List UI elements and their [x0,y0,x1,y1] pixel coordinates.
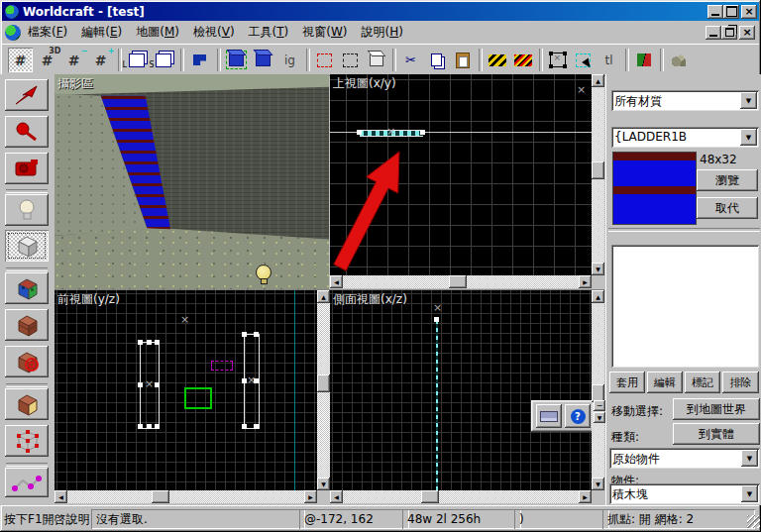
object-combo[interactable]: 積木塊 ▼ [609,483,760,504]
object-center-mark[interactable]: × [145,380,154,388]
menu-help[interactable]: 說明(H) [355,21,410,44]
scroll-left-button[interactable]: ◀ [54,490,67,503]
object-mark[interactable]: × [180,316,189,324]
flip-button[interactable] [631,48,656,72]
top-view-hscrollbar[interactable]: ◀ ▶ [330,275,592,288]
clip-tool-button[interactable] [5,388,49,420]
side-view-vscrollbar[interactable]: ▲ ▼ [592,290,604,490]
object-handle[interactable] [147,340,152,345]
group-button[interactable] [224,48,249,72]
menu-edit[interactable]: 編輯(E) [74,21,129,44]
viewport-3d[interactable]: 攝影區 [54,74,329,289]
chevron-down-icon[interactable]: ▼ [740,92,757,109]
spin-down-button[interactable]: ▼ [594,412,605,423]
title-bar[interactable]: Worldcraft - [test] × [2,2,759,21]
cascade-small-button[interactable]: S [151,48,175,72]
browse-button[interactable]: 瀏覽 [697,169,758,191]
scroll-up-button[interactable]: ▲ [592,290,604,303]
front-view-vscrollbar[interactable]: ▲ ▼ [317,290,330,490]
object-handle[interactable] [242,378,247,383]
object-handle[interactable] [254,378,259,383]
vertex-tool-button[interactable] [5,425,49,457]
path-tool-button[interactable] [5,468,49,497]
chevron-down-icon[interactable]: ▼ [740,129,757,146]
scroll-thumb[interactable] [317,374,330,392]
scroll-thumb[interactable] [592,161,604,179]
copy-button[interactable] [424,48,449,72]
side-view-hscrollbar[interactable]: ◀ ▶ [330,490,592,503]
menu-window[interactable]: 視窗(W) [295,21,354,44]
object-handle[interactable] [138,424,143,429]
help-button[interactable]: ? [565,404,591,428]
scroll-up-button[interactable]: ▲ [317,290,330,303]
texture-lock-button[interactable]: tl [597,48,621,72]
hazard-red-button[interactable] [510,48,535,72]
hazard-yellow-button[interactable] [485,48,509,72]
select-box-button[interactable] [545,48,570,72]
keyboard-button[interactable] [536,404,562,428]
magnify-box-button[interactable] [571,48,596,72]
to-entity-button[interactable]: 到實體 [673,423,760,445]
chevron-down-icon[interactable]: ▼ [741,485,758,502]
mdi-document-icon[interactable] [5,25,21,41]
object-handle[interactable] [138,340,143,345]
brush-handle[interactable] [434,317,439,322]
object-handle[interactable] [138,382,143,387]
scroll-thumb[interactable] [449,275,467,288]
viewport-side[interactable]: 側面視圖(x/z) × ? [330,290,592,490]
cascade-large-button[interactable]: L [124,48,149,72]
selected-brush-side[interactable] [436,320,438,490]
paste-button[interactable] [450,48,475,72]
brush-center-mark[interactable]: × [433,304,442,312]
texture-preview[interactable] [612,152,697,225]
current-material-combo[interactable]: {LADDER1B ▼ [611,127,759,148]
object-handle[interactable] [147,424,152,429]
block-tool-button[interactable] [5,230,49,262]
close-button[interactable]: × [741,5,757,19]
vis-edit-button[interactable]: 編輯 [647,372,683,393]
grid-larger-button[interactable]: #+ [88,48,113,72]
scroll-down-button[interactable]: ▼ [317,478,330,490]
scroll-right-button[interactable]: ▶ [579,275,592,288]
grid-toggle-button[interactable]: # [8,48,33,72]
replace-button[interactable]: 取代 [697,197,758,219]
grid-3d-button[interactable]: #3D [35,48,59,72]
object-handle[interactable] [254,332,259,337]
viewport-top[interactable]: 上視圖(x/y) × × [330,74,592,275]
object-handle[interactable] [242,332,247,337]
object-handle[interactable] [155,382,160,387]
select-tool-button[interactable] [5,79,49,111]
scroll-thumb[interactable] [152,490,169,503]
resize-grip[interactable] [747,515,760,528]
scroll-right-button[interactable]: ▶ [579,490,592,503]
vis-mark-button[interactable]: 標記 [685,372,720,393]
spin-minus-button[interactable]: − [594,400,605,411]
scroll-down-button[interactable]: ▼ [592,478,604,490]
menu-file[interactable]: 檔案(F) [21,21,74,44]
ungroup-button[interactable] [251,48,275,72]
apply-texture-tool-button[interactable] [5,309,49,341]
entity-outline-magenta[interactable] [211,361,233,371]
object-handle[interactable] [155,424,160,429]
scroll-down-button[interactable]: ▼ [592,263,604,275]
hollow-black-button[interactable] [338,48,363,72]
ignore-groups-button[interactable]: ig [277,48,302,72]
maximize-button[interactable] [723,5,739,19]
vis-purge-button[interactable]: 排除 [722,372,759,393]
floating-toolbar[interactable]: ? [531,400,592,432]
scroll-thumb[interactable] [421,490,439,503]
mdi-restore-button[interactable] [721,26,737,40]
camera-tool-button[interactable] [5,153,49,184]
decal-tool-button[interactable] [5,346,49,377]
magnify-tool-button[interactable] [5,116,49,148]
menu-tools[interactable]: 工具(T) [242,21,296,44]
hollow-red-button[interactable] [312,48,337,72]
object-handle[interactable] [242,424,247,429]
run-map-button[interactable] [666,48,691,72]
scroll-left-button[interactable]: ◀ [330,490,343,503]
menu-map[interactable]: 地圖(M) [129,21,186,44]
scroll-right-button[interactable]: ▶ [304,490,317,503]
vis-apply-button[interactable]: 套用 [609,372,645,393]
scroll-up-button[interactable]: ▲ [592,74,604,87]
entity-tool-button[interactable] [5,194,49,226]
